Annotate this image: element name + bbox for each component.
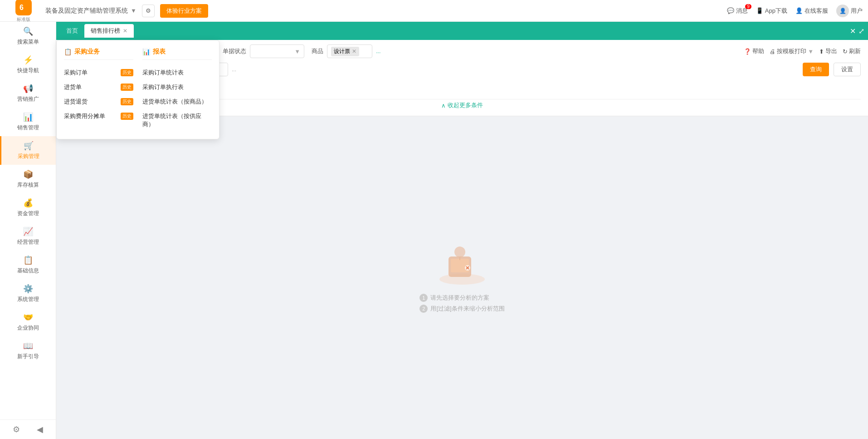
dropdown-item-report1[interactable]: 采购订单统计表 — [142, 65, 212, 80]
dropdown-item-report3[interactable]: 进货单统计表（按商品） — [142, 94, 212, 109]
tab-close-icon[interactable]: ✕ — [123, 28, 127, 34]
print-label: 按模板打印 — [777, 47, 806, 55]
guide-icon: 📖 — [23, 341, 33, 351]
history-badge-4[interactable]: 历史 — [121, 113, 133, 120]
tab-home[interactable]: 首页 — [60, 24, 84, 38]
export-btn[interactable]: ⬆ 导出 — [819, 47, 837, 55]
sidebar-item-quicknav[interactable]: ⚡ 快捷导航 — [0, 50, 56, 79]
sidebar-item-sales[interactable]: 📊 销售管理 — [0, 108, 56, 136]
print-btn[interactable]: 🖨 按模板打印 ▼ — [770, 47, 814, 55]
tab-sales-ranking[interactable]: 销售排行榜 ✕ — [84, 24, 134, 38]
tab-close-window-icon[interactable]: ✕ — [850, 27, 856, 35]
voucher-status-label: 单据状态 — [223, 47, 246, 55]
dropdown-col2-title: 📊 报表 — [142, 48, 212, 60]
tab-bar: 首页 销售排行榜 ✕ ✕ ⤢ — [56, 22, 868, 40]
sidebar-item-guide[interactable]: 📖 新手引导 — [0, 336, 56, 365]
operations-icon: 📈 — [23, 227, 33, 237]
collapse-up-icon: ∧ — [441, 102, 446, 109]
print-icon: 🖨 — [770, 48, 775, 55]
export-icon: ⬆ — [819, 48, 824, 55]
hint-num-2: 2 — [419, 305, 428, 313]
tab-home-label: 首页 — [66, 27, 78, 35]
dropdown-col-purchase: 📋 采购业务 采购订单 历史 进货单 历史 进货退货 历史 采购费用分摊单 历史 — [64, 48, 133, 132]
online-service-btn[interactable]: 👤 在线客服 — [795, 7, 828, 15]
settings-action-btn[interactable]: 设置 — [834, 63, 861, 76]
sidebar-settings-btn[interactable]: ⚙ — [13, 424, 20, 434]
enterprise-icon: 🤝 — [23, 312, 33, 322]
help-icon: ❓ — [744, 48, 751, 55]
goods-label: 商品 — [312, 47, 323, 55]
history-badge-3[interactable]: 历史 — [121, 98, 133, 105]
settings-icon[interactable]: ⚙ — [142, 5, 155, 17]
marketing-icon: 📢 — [23, 84, 33, 94]
goods-tag-close-icon[interactable]: ✕ — [352, 48, 356, 54]
reports-col-icon: 📊 — [142, 48, 150, 55]
salesperson-more-btn[interactable]: ... — [232, 66, 236, 73]
title-dropdown-icon[interactable]: ▼ — [131, 7, 137, 14]
dropdown-item-return[interactable]: 进货退货 历史 — [64, 94, 133, 109]
sidebar-label-marketing: 营销推广 — [17, 95, 39, 103]
sidebar-item-operations[interactable]: 📈 经营管理 — [0, 222, 56, 251]
sidebar-item-search[interactable]: 🔍 搜索菜单 — [0, 22, 56, 50]
sidebar-item-system[interactable]: ⚙️ 系统管理 — [0, 279, 56, 308]
dropdown-item-expense[interactable]: 采购费用分摊单 历史 — [64, 109, 133, 123]
voucher-status-dropdown-icon: ▼ — [294, 48, 300, 55]
inventory-icon: 📦 — [23, 169, 33, 179]
sidebar-item-finance[interactable]: 💰 资金管理 — [0, 193, 56, 222]
finance-icon: 💰 — [23, 198, 33, 208]
sidebar-collapse-btn[interactable]: ◀ — [37, 424, 43, 434]
query-btn[interactable]: 查询 — [803, 63, 829, 76]
dropdown-item-purchase-order[interactable]: 采购订单 历史 — [64, 65, 133, 80]
sidebar-label-purchase: 采购管理 — [18, 153, 39, 160]
dropdown-col-reports: 📊 报表 采购订单统计表 采购订单执行表 进货单统计表（按商品） 进货单统计表（… — [142, 48, 212, 132]
sidebar-label-system: 系统管理 — [17, 296, 39, 303]
history-badge-2[interactable]: 历史 — [121, 84, 133, 91]
sidebar-label-inventory: 库存核算 — [17, 181, 39, 189]
help-label: 帮助 — [752, 47, 764, 55]
sidebar-label-search: 搜索菜单 — [17, 38, 39, 46]
sidebar-label-quicknav: 快捷导航 — [17, 67, 39, 74]
sidebar-item-basic-info[interactable]: 📋 基础信息 — [0, 251, 56, 279]
collapse-btn[interactable]: ∧ 收起更多条件 — [441, 101, 483, 109]
search-icon: 🔍 — [23, 26, 33, 36]
message-badge: 9 — [745, 4, 751, 9]
system-icon: ⚙️ — [23, 284, 33, 294]
industry-btn[interactable]: 体验行业方案 — [160, 4, 208, 18]
quicknav-icon: ⚡ — [23, 55, 33, 65]
dropdown-col1-title: 📋 采购业务 — [64, 48, 133, 60]
user-avatar: 👤 — [836, 5, 849, 17]
sidebar-label-basic-info: 基础信息 — [17, 267, 39, 275]
sidebar-item-inventory[interactable]: 📦 库存核算 — [0, 165, 56, 193]
sidebar-label-enterprise: 企业协同 — [17, 324, 39, 332]
print-dropdown-icon: ▼ — [808, 48, 814, 55]
goods-more-btn[interactable]: ... — [376, 48, 380, 54]
refresh-btn[interactable]: ↻ 刷新 — [843, 47, 861, 55]
help-btn[interactable]: ❓ 帮助 — [744, 47, 764, 55]
purchase-icon: 🛒 — [24, 141, 34, 151]
collapse-label: 收起更多条件 — [448, 101, 483, 109]
user-btn[interactable]: 👤 用户 — [836, 5, 863, 17]
sidebar-item-enterprise[interactable]: 🤝 企业协同 — [0, 308, 56, 336]
svg-point-4 — [454, 247, 465, 257]
logo-area: 6 标准版 — [5, 0, 42, 23]
refresh-icon: ↻ — [843, 48, 848, 55]
history-badge-1[interactable]: 历史 — [121, 69, 133, 76]
dropdown-item-report4[interactable]: 进货单统计表（按供应商） — [142, 109, 212, 132]
sidebar-item-marketing[interactable]: 📢 营销推广 — [0, 79, 56, 108]
sidebar-item-purchase[interactable]: 🛒 采购管理 — [0, 136, 56, 165]
empty-hint-1: 1 请先选择要分析的方案 — [419, 294, 504, 302]
dropdown-item-receiving[interactable]: 进货单 历史 — [64, 80, 133, 94]
goods-select[interactable]: 设计票 ✕ — [327, 44, 372, 58]
empty-illustration — [435, 243, 489, 288]
tab-maximize-icon[interactable]: ⤢ — [858, 27, 864, 35]
goods-tag[interactable]: 设计票 ✕ — [331, 47, 359, 56]
sidebar-label-finance: 资金管理 — [17, 210, 39, 217]
voucher-status-select[interactable]: ▼ — [250, 44, 304, 58]
dropdown-item-report2[interactable]: 采购订单执行表 — [142, 80, 212, 94]
tab-sales-ranking-label: 销售排行榜 — [91, 27, 120, 35]
basic-info-icon: 📋 — [23, 255, 33, 265]
purchase-dropdown-menu: 📋 采购业务 采购订单 历史 进货单 历史 进货退货 历史 采购费用分摊单 历史 — [56, 40, 219, 139]
logo-icon: 6 — [15, 0, 32, 15]
messages-btn[interactable]: 💬 消息 9 — [727, 7, 748, 15]
app-download-btn[interactable]: 📱 App下载 — [756, 7, 787, 15]
